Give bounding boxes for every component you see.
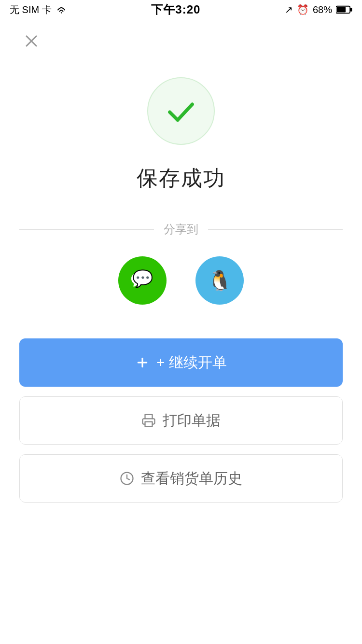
action-buttons: + 继续开单 打印单据 查看销货单历史 [19,338,343,503]
printer-icon [141,413,156,428]
svg-rect-3 [337,7,346,13]
svg-rect-2 [350,8,352,11]
no-sim-text: 无 SIM 卡 [10,3,52,16]
history-label: 查看销货单历史 [141,469,242,489]
wechat-share-button[interactable]: 💬 [118,256,167,305]
continue-label: + 继续开单 [156,353,227,373]
success-circle [147,77,215,145]
history-button[interactable]: 查看销货单历史 [19,454,343,503]
status-right: ↗ ⏰ 68% [285,4,352,15]
divider-right [208,229,343,230]
status-time: 下午3:20 [151,2,200,17]
wechat-icon: 💬 [128,266,156,294]
continue-button[interactable]: + 继续开单 [19,338,343,387]
print-button[interactable]: 打印单据 [19,396,343,445]
status-bar: 无 SIM 卡 下午3:20 ↗ ⏰ 68% [0,0,362,19]
close-button[interactable] [19,29,43,53]
divider-left [19,229,154,230]
svg-text:🐧: 🐧 [208,269,232,293]
main-content: 保存成功 分享到 [0,53,362,644]
svg-point-0 [60,12,61,13]
alarm-icon: ⏰ [297,4,309,15]
battery-text: 68% [313,4,332,15]
location-icon: ↗ [285,4,293,15]
success-title: 保存成功 [137,164,225,193]
share-label: 分享到 [164,222,198,237]
wifi-icon [56,4,67,15]
print-label: 打印单据 [163,411,221,431]
svg-text:💬: 💬 [132,268,153,289]
qq-icon: 🐧 [206,266,234,294]
share-divider: 分享到 [19,222,343,237]
share-row: 💬 🐧 [118,256,244,305]
plus-icon [135,355,150,370]
close-icon [24,34,39,48]
checkmark-icon [164,94,198,128]
history-icon [120,471,134,486]
qq-share-button[interactable]: 🐧 [195,256,244,305]
battery-icon [336,5,352,14]
svg-rect-14 [145,422,153,427]
status-left: 无 SIM 卡 [10,3,67,16]
